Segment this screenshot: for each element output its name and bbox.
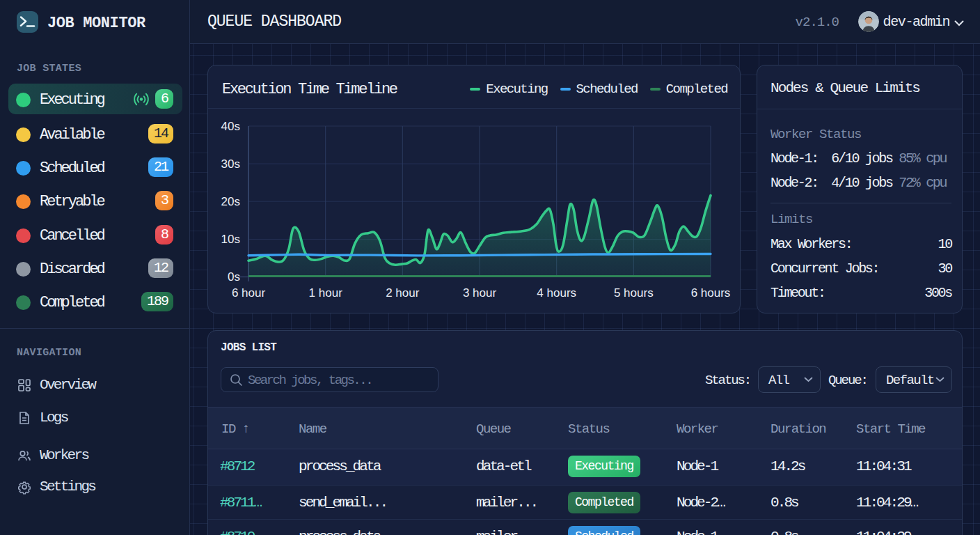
svg-text:10s: 10s (221, 233, 240, 246)
svg-text:5 hours: 5 hours (614, 286, 654, 300)
svg-text:30s: 30s (221, 157, 240, 171)
svg-text:2 hour: 2 hour (386, 286, 420, 300)
svg-text:40s: 40s (221, 120, 240, 133)
svg-text:3 hour: 3 hour (463, 286, 497, 300)
svg-text:6 hours: 6 hours (691, 286, 731, 300)
svg-text:4 hours: 4 hours (537, 286, 576, 300)
svg-text:6 hour: 6 hour (232, 286, 266, 300)
svg-text:1 hour: 1 hour (309, 286, 343, 300)
svg-text:0s: 0s (228, 270, 240, 284)
svg-text:20s: 20s (221, 195, 240, 208)
